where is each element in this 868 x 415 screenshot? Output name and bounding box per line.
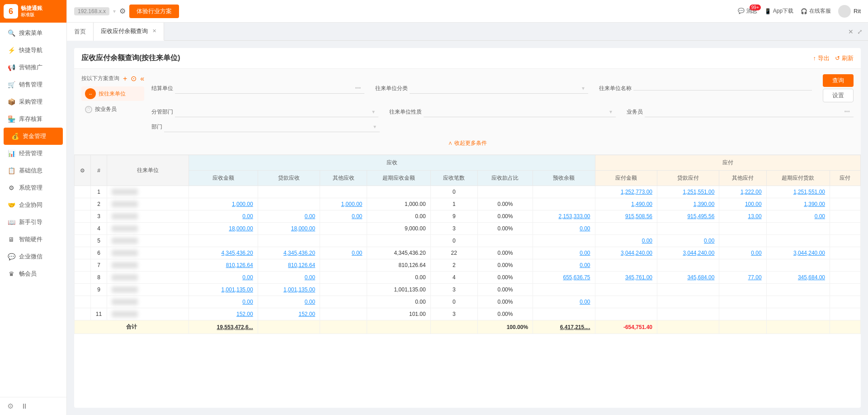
- row-other-payable[interactable]: 0.00: [719, 247, 766, 259]
- row-payable-amount[interactable]: 1,490.00: [595, 198, 657, 210]
- footer-prepaid-balance[interactable]: 6,417,215....: [533, 320, 595, 334]
- row-prepaid-balance[interactable]: 0.00: [533, 223, 595, 235]
- row-payable-amount[interactable]: 0.00: [595, 235, 657, 247]
- query-by-partner[interactable]: ↔ 按往来单位: [81, 86, 144, 101]
- collapse-icon[interactable]: ⏸: [21, 402, 28, 410]
- query-button[interactable]: 查询: [823, 74, 854, 87]
- footer-receivable-amount[interactable]: 19,553,472,6...: [189, 320, 258, 334]
- tab-close-icon[interactable]: ✕: [152, 28, 156, 34]
- row-receivable-amount[interactable]: 810,126.64: [189, 259, 258, 272]
- tab-receivable-query[interactable]: 应收应付余额查询 ✕: [94, 23, 164, 41]
- row-other-receivable[interactable]: 0.00: [320, 247, 367, 259]
- dept-input[interactable]: ▾: [175, 107, 378, 117]
- close-window-icon[interactable]: ✕: [848, 28, 854, 35]
- row-other-payable[interactable]: 13.00: [719, 210, 766, 223]
- row-loan-receivable[interactable]: 0.00: [258, 210, 320, 223]
- row-loan-payable[interactable]: 1,251,551.00: [657, 186, 719, 198]
- partner-nature-input[interactable]: ▾: [424, 107, 616, 117]
- sidebar-item-basic-info[interactable]: 📋 基础信息: [0, 162, 66, 179]
- row-loan-receivable[interactable]: 0.00: [258, 272, 320, 284]
- filter-collapse-icon[interactable]: «: [140, 75, 144, 83]
- row-loan-payable[interactable]: 1,390.00: [657, 198, 719, 210]
- row-other-payable[interactable]: 100.00: [719, 198, 766, 210]
- row-other-payable[interactable]: 1,222.00: [719, 186, 766, 198]
- row-loan-receivable[interactable]: 0.00: [258, 296, 320, 308]
- row-receivable-amount[interactable]: 1,000.00: [189, 198, 258, 210]
- row-loan-receivable[interactable]: 18,000.00: [258, 223, 320, 235]
- sidebar-item-marketing[interactable]: 📢 营销推广: [0, 59, 66, 76]
- row-loan-receivable[interactable]: 4,345,436.20: [258, 247, 320, 259]
- partner-name-input[interactable]: [633, 86, 812, 91]
- partner-category-input[interactable]: ▾: [410, 83, 588, 94]
- dept-label: 分管部门: [151, 108, 173, 116]
- table-settings-icon[interactable]: ⚙: [80, 167, 85, 174]
- row-overdue-payable[interactable]: 3,044,240.00: [766, 247, 830, 259]
- row-loan-payable[interactable]: 345,684.00: [657, 272, 719, 284]
- settings-bottom-icon[interactable]: ⚙: [7, 402, 14, 410]
- user-area[interactable]: Rit: [838, 5, 861, 18]
- row-receivable-amount[interactable]: 1,001,135.00: [189, 284, 258, 296]
- sidebar-item-member[interactable]: ♛ 畅会员: [0, 265, 66, 282]
- export-button[interactable]: ↑ 导出: [813, 54, 830, 62]
- row-overdue-payable[interactable]: 345,684.00: [766, 272, 830, 284]
- sidebar-item-guide[interactable]: 📖 新手引导: [0, 214, 66, 231]
- sidebar-item-search[interactable]: 🔍 搜索菜单: [0, 24, 66, 42]
- row-loan-payable[interactable]: 0.00: [657, 235, 719, 247]
- row-payable-amount[interactable]: 1,252,773.00: [595, 186, 657, 198]
- sidebar-item-finance[interactable]: 💰 资金管理: [4, 128, 63, 145]
- sidebar-item-cooperation[interactable]: 🤝 企业协同: [0, 196, 66, 214]
- online-service-area[interactable]: 🎧 在线客服: [801, 7, 831, 15]
- tab-home[interactable]: 首页: [67, 23, 94, 41]
- row-loan-receivable[interactable]: 1,001,135.00: [258, 284, 320, 296]
- industry-solution-button[interactable]: 体验行业方案: [129, 5, 179, 18]
- setting-button[interactable]: 设置: [823, 89, 854, 102]
- row-receivable-amount[interactable]: 152.00: [189, 308, 258, 320]
- sidebar-item-inventory[interactable]: 🏪 库存核算: [0, 110, 66, 128]
- row-loan-receivable[interactable]: 810,126.64: [258, 259, 320, 272]
- sidebar-item-purchase[interactable]: 📦 采购管理: [0, 93, 66, 110]
- row-receivable-amount[interactable]: 0.00: [189, 210, 258, 223]
- gear-icon[interactable]: ⚙: [119, 7, 126, 15]
- wechat-icon: 💬: [7, 253, 15, 260]
- sidebar-item-hardware[interactable]: 🖥 智能硬件: [0, 231, 66, 248]
- sidebar-item-wechat[interactable]: 💬 企业微信: [0, 248, 66, 265]
- department-input[interactable]: ▾: [164, 122, 379, 132]
- salesperson-input[interactable]: •••: [645, 107, 854, 117]
- row-other-receivable[interactable]: 1,000.00: [320, 198, 367, 210]
- add-filter-icon[interactable]: +: [123, 75, 127, 83]
- row-prepaid-balance[interactable]: 0.00: [533, 247, 595, 259]
- row-loan-receivable[interactable]: 152.00: [258, 308, 320, 320]
- row-prepaid-balance[interactable]: 2,153,333.00: [533, 210, 595, 223]
- row-settings-cell: [75, 247, 91, 259]
- row-other-payable[interactable]: 77.00: [719, 272, 766, 284]
- sidebar-item-management[interactable]: 📊 经营管理: [0, 145, 66, 162]
- row-overdue-payable[interactable]: 1,390.00: [766, 198, 830, 210]
- row-prepaid-balance[interactable]: 0.00: [533, 259, 595, 272]
- message-area[interactable]: 💬 消息 99+: [738, 7, 757, 15]
- row-receivable-amount[interactable]: 4,345,436.20: [189, 247, 258, 259]
- row-receivable-amount[interactable]: 0.00: [189, 296, 258, 308]
- filter-settings-icon[interactable]: ⊙: [131, 74, 137, 83]
- row-prepaid-balance[interactable]: 655,636.75: [533, 272, 595, 284]
- row-receivable-amount[interactable]: 0.00: [189, 272, 258, 284]
- app-download-area[interactable]: 📱 App下载: [764, 7, 793, 15]
- sidebar-item-sales[interactable]: 🛒 销售管理: [0, 76, 66, 93]
- expand-window-icon[interactable]: ⤢: [857, 28, 863, 35]
- settlement-unit-input[interactable]: •••: [175, 83, 364, 94]
- row-loan-payable[interactable]: 915,495.56: [657, 210, 719, 223]
- sidebar-item-system[interactable]: ⚙ 系统管理: [0, 179, 66, 196]
- row-payable-amount[interactable]: 915,508.56: [595, 210, 657, 223]
- row-other-receivable[interactable]: 0.00: [320, 210, 367, 223]
- row-loan-payable[interactable]: 3,044,240.00: [657, 247, 719, 259]
- query-by-salesperson[interactable]: ⏱ 按业务员: [81, 104, 144, 115]
- refresh-button[interactable]: ↺ 刷新: [835, 54, 854, 62]
- row-payable-amount[interactable]: 345,761.00: [595, 272, 657, 284]
- collapse-more-button[interactable]: ∧ 收起更多条件: [81, 138, 854, 149]
- col-settings-header[interactable]: ⚙: [75, 155, 91, 186]
- row-payable-amount[interactable]: 3,044,240.00: [595, 247, 657, 259]
- row-receivable-amount[interactable]: 18,000.00: [189, 223, 258, 235]
- row-overdue-payable[interactable]: 0.00: [766, 210, 830, 223]
- sidebar-item-shortcut[interactable]: ⚡ 快捷导航: [0, 42, 66, 59]
- row-overdue-payable[interactable]: 1,251,551.00: [766, 186, 830, 198]
- row-prepaid-balance[interactable]: 0.00: [533, 296, 595, 308]
